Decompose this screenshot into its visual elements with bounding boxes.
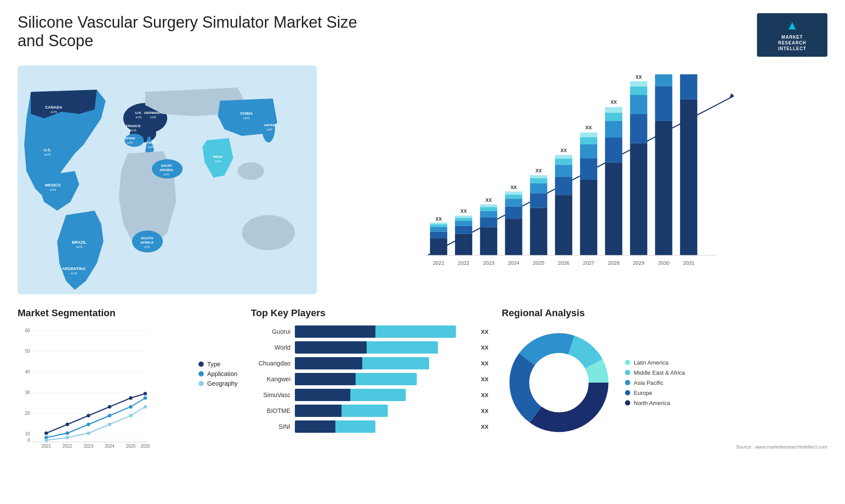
player-simuvasc: SimuVasc XX <box>251 389 489 401</box>
svg-text:2026: 2026 <box>558 260 570 266</box>
svg-rect-57 <box>480 211 497 218</box>
svg-text:2023: 2023 <box>84 444 94 449</box>
svg-text:xx%: xx% <box>70 271 77 275</box>
svg-text:2024: 2024 <box>105 444 115 449</box>
svg-point-140 <box>129 396 132 400</box>
player-bar-sini <box>295 420 474 433</box>
svg-text:XX: XX <box>511 185 517 190</box>
map-svg: CANADA xx% U.S. xx% MEXICO xx% BRAZIL xx… <box>18 66 317 294</box>
logo: ▲ MARKETRESEARCHINTELLECT <box>757 13 827 57</box>
legend-application: Application <box>198 370 238 377</box>
svg-text:xx%: xx% <box>49 188 56 192</box>
legend-asia-pacific: Asia Pacific <box>625 380 685 386</box>
svg-text:2026: 2026 <box>140 444 150 449</box>
player-name-simuvasc: SimuVasc <box>251 391 290 398</box>
svg-rect-92 <box>630 114 647 143</box>
player-name-sini: SINI <box>251 423 290 430</box>
svg-rect-67 <box>530 208 547 256</box>
svg-rect-86 <box>605 138 622 163</box>
svg-rect-46 <box>430 224 447 227</box>
player-name-kangwei: Kangwei <box>251 376 290 383</box>
svg-rect-82 <box>580 137 597 144</box>
svg-text:2025: 2025 <box>126 444 136 449</box>
svg-text:SOUTH: SOUTH <box>141 236 153 240</box>
player-value-sini: XX <box>481 424 489 430</box>
svg-text:2025: 2025 <box>533 260 545 266</box>
svg-text:2031: 2031 <box>683 260 694 266</box>
type-label: Type <box>207 361 220 368</box>
svg-point-141 <box>143 392 147 395</box>
asia-pacific-label: Asia Pacific <box>634 380 663 386</box>
svg-point-153 <box>143 405 147 409</box>
player-bar-simuvasc <box>295 389 474 401</box>
svg-rect-73 <box>555 195 572 255</box>
player-world: World XX <box>251 341 489 354</box>
mea-label: Middle East & Africa <box>634 369 685 376</box>
legend-type: Type <box>198 361 238 368</box>
legend-latin-america: Latin America <box>625 359 685 366</box>
logo-text: MARKETRESEARCHINTELLECT <box>778 34 806 51</box>
svg-rect-50 <box>455 226 472 234</box>
svg-rect-74 <box>555 177 572 195</box>
svg-rect-93 <box>630 95 647 114</box>
player-value-biotme: XX <box>481 408 489 414</box>
svg-text:SAUDI: SAUDI <box>161 164 172 168</box>
svg-marker-42 <box>729 93 734 99</box>
svg-text:xx%: xx% <box>44 153 51 157</box>
bar-chart-svg: XX XX XX XX <box>339 74 819 285</box>
svg-rect-49 <box>455 234 472 255</box>
svg-rect-45 <box>430 227 447 232</box>
svg-text:50: 50 <box>25 349 30 354</box>
svg-rect-70 <box>530 178 547 183</box>
segmentation-chart: 60 50 40 30 20 10 0 <box>18 325 150 449</box>
svg-text:XX: XX <box>585 125 592 130</box>
svg-point-3 <box>125 134 144 147</box>
svg-point-136 <box>44 431 48 435</box>
svg-text:2028: 2028 <box>608 260 620 266</box>
svg-rect-68 <box>530 193 547 208</box>
player-biotme: BIOTME XX <box>251 405 489 417</box>
svg-text:ARABIA: ARABIA <box>159 168 173 172</box>
svg-text:CHINA: CHINA <box>240 111 253 116</box>
bar-chart-section: XX XX XX XX <box>330 66 827 294</box>
svg-point-138 <box>87 414 90 417</box>
svg-point-149 <box>66 436 69 439</box>
svg-rect-113 <box>680 74 697 99</box>
svg-text:40: 40 <box>25 369 30 374</box>
player-sini: SINI XX <box>251 420 489 433</box>
svg-text:xx%: xx% <box>130 129 136 132</box>
svg-text:xx%: xx% <box>147 146 153 149</box>
svg-text:2021: 2021 <box>433 260 445 266</box>
svg-point-145 <box>108 414 111 417</box>
latin-america-dot <box>625 360 630 365</box>
player-value-simuvasc: XX <box>481 392 489 398</box>
world-map: CANADA xx% U.S. xx% MEXICO xx% BRAZIL xx… <box>18 66 317 294</box>
svg-text:2024: 2024 <box>508 260 520 266</box>
player-bar-biotme <box>295 405 474 417</box>
player-name-chuangdao: Chuangdao <box>251 360 290 367</box>
svg-point-159 <box>532 355 586 410</box>
svg-rect-112 <box>680 99 697 256</box>
svg-rect-85 <box>605 163 622 256</box>
svg-rect-62 <box>505 207 522 219</box>
svg-text:FRANCE: FRANCE <box>126 124 141 128</box>
svg-point-139 <box>108 405 111 409</box>
asia-pacific-dot <box>625 380 630 385</box>
svg-text:2027: 2027 <box>583 260 594 266</box>
svg-rect-63 <box>505 199 522 207</box>
svg-text:U.S.: U.S. <box>44 148 51 152</box>
svg-rect-51 <box>455 221 472 226</box>
svg-point-151 <box>108 423 111 426</box>
regional-section: Regional Analysis Latin America <box>502 307 827 492</box>
svg-text:xx%: xx% <box>215 160 220 163</box>
svg-rect-95 <box>630 81 647 87</box>
svg-rect-55 <box>480 227 497 256</box>
svg-text:xx%: xx% <box>76 245 82 249</box>
geography-label: Geography <box>207 380 238 387</box>
svg-point-143 <box>66 431 69 435</box>
svg-text:2021: 2021 <box>41 444 51 449</box>
north-america-label: North America <box>634 400 670 406</box>
player-value-chuangdao: XX <box>481 360 489 367</box>
north-america-dot <box>625 400 630 405</box>
svg-text:10: 10 <box>25 431 30 436</box>
